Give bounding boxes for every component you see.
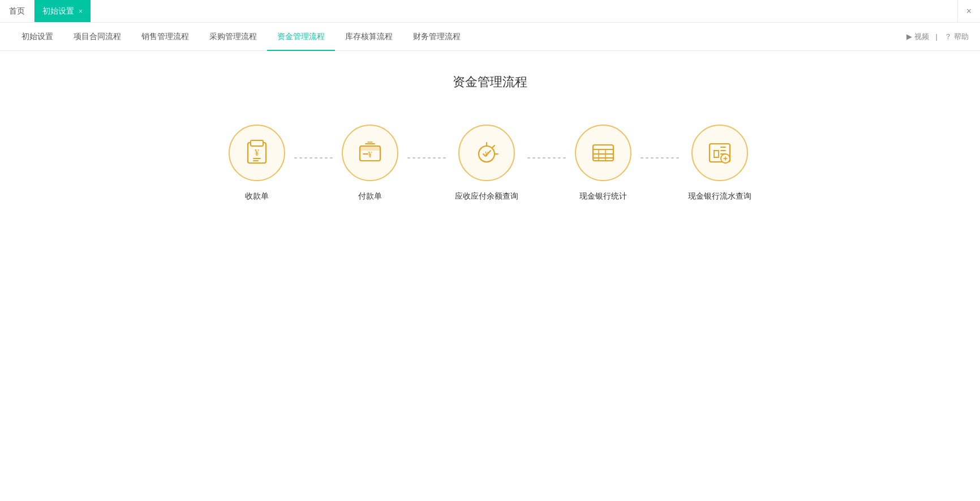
help-link[interactable]: ？ 帮助 [944, 32, 969, 42]
connector-4 [641, 157, 679, 159]
receipt-icon: ¥ [242, 138, 272, 168]
window-close-button[interactable]: × [957, 0, 980, 23]
top-bar: 首页 初始设置 × × [0, 0, 980, 23]
transaction-icon: + [705, 138, 734, 168]
svg-text:¥: ¥ [255, 148, 259, 157]
flow-label-balance: 应收应付余额查询 [455, 191, 518, 202]
nav-item-inventory[interactable]: 库存核算流程 [335, 23, 403, 51]
svg-text:¥: ¥ [368, 151, 372, 159]
video-help-link[interactable]: ▶ 视频 [906, 32, 929, 42]
video-label: 视频 [914, 32, 929, 42]
flow-item-cashbank[interactable]: 现金银行统计 [575, 125, 631, 202]
page-title: 资金管理流程 [11, 74, 969, 91]
flow-item-balance[interactable]: ¥ 应收应付余额查询 [455, 125, 518, 202]
nav-item-fund[interactable]: 资金管理流程 [267, 23, 335, 51]
tab-close-icon[interactable]: × [79, 7, 83, 15]
flow-circle-receipt: ¥ [229, 125, 285, 181]
nav-item-init[interactable]: 初始设置 [11, 23, 63, 51]
nav-item-finance[interactable]: 财务管理流程 [403, 23, 471, 51]
flow-container: ¥ 收款单 ¥ [11, 125, 969, 202]
svg-rect-4 [360, 146, 380, 151]
flow-label-cashbank: 现金银行统计 [579, 191, 627, 202]
flow-item-receipt[interactable]: ¥ 收款单 [229, 125, 285, 202]
flow-circle-cashbank [575, 125, 631, 181]
flow-item-payment[interactable]: ¥ 付款单 [342, 125, 398, 202]
svg-text:¥: ¥ [485, 149, 489, 158]
flow-item-transaction[interactable]: + 现金银行流水查询 [688, 125, 751, 202]
flow-circle-payment: ¥ [342, 125, 398, 181]
connector-2 [407, 157, 446, 159]
active-tab-label: 初始设置 [42, 6, 74, 16]
cashbank-icon [588, 138, 618, 168]
flow-label-transaction: 现金银行流水查询 [688, 191, 751, 202]
nav-right: ▶ 视频 | ？ 帮助 [906, 32, 969, 42]
video-icon: ▶ [906, 32, 912, 41]
connector-1 [294, 157, 333, 159]
flow-circle-transaction: + [691, 125, 748, 181]
nav-item-project[interactable]: 项目合同流程 [63, 23, 131, 51]
active-tab[interactable]: 初始设置 × [35, 0, 91, 22]
nav-item-purchase[interactable]: 采购管理流程 [199, 23, 267, 51]
main-content: 资金管理流程 ¥ 收款单 [0, 51, 980, 501]
connector-3 [527, 157, 566, 159]
nav-bar: 初始设置 项目合同流程 销售管理流程 采购管理流程 资金管理流程 库存核算流程 … [0, 23, 980, 51]
home-tab[interactable]: 首页 [0, 0, 35, 22]
help-icon: ？ [944, 32, 952, 42]
payment-icon: ¥ [355, 138, 385, 168]
nav-item-sales[interactable]: 销售管理流程 [131, 23, 199, 51]
help-label: 帮助 [954, 32, 969, 42]
flow-circle-balance: ¥ [458, 125, 515, 181]
flow-label-payment: 付款单 [358, 191, 382, 202]
svg-rect-1 [251, 140, 263, 146]
flow-label-receipt: 收款单 [245, 191, 269, 202]
balance-icon: ¥ [472, 138, 501, 168]
